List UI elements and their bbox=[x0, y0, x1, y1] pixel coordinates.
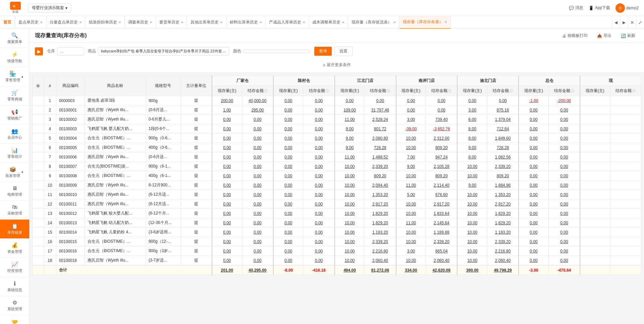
row-na-amt[interactable]: -3,652.76 bbox=[426, 124, 458, 134]
row-hc-qty[interactable]: 0.00 bbox=[273, 237, 303, 246]
row-na-qty[interactable]: 10.00 bbox=[396, 256, 426, 266]
info-icon[interactable]: ⓘ bbox=[632, 89, 636, 93]
sum-fy-qty[interactable]: 201.00 bbox=[212, 265, 242, 275]
row-hc-qty[interactable]: 0.00 bbox=[273, 218, 303, 228]
row-na-qty[interactable]: 9.00 bbox=[396, 162, 426, 171]
row-zc-amt[interactable]: 0.00 bbox=[548, 152, 580, 162]
store-selector[interactable]: 母婴行业演示陈套 ▾ bbox=[28, 3, 71, 12]
row-na-qty[interactable]: 10.00 bbox=[396, 209, 426, 218]
row-hc-amt[interactable]: 0.00 bbox=[303, 237, 335, 246]
close-icon[interactable]: ✕ bbox=[444, 20, 447, 24]
row-hc-amt[interactable]: 0.00 bbox=[303, 218, 335, 228]
print-btn[interactable]: 🖨 按模板打印 bbox=[559, 32, 591, 40]
row-zc-amt[interactable]: 0.00 bbox=[548, 115, 580, 124]
row-hc-amt[interactable]: 0.00 bbox=[303, 162, 335, 171]
sum-zc-qty[interactable]: -3.00 bbox=[519, 265, 548, 275]
info-icon[interactable]: ⓘ bbox=[571, 89, 574, 93]
row-fy-amt[interactable]: 0.00 bbox=[242, 181, 273, 190]
info-icon[interactable]: ⓘ bbox=[509, 89, 513, 93]
sum-na-amt[interactable]: 42,620.08 bbox=[426, 265, 458, 275]
row-yb-qty[interactable]: 9.00 bbox=[457, 181, 487, 190]
row-jb-qty[interactable]: 10.00 bbox=[335, 199, 365, 209]
row-na-amt[interactable]: 2,145.64 bbox=[426, 218, 458, 228]
row-code[interactable]: 00100001 bbox=[56, 105, 85, 115]
row-check[interactable] bbox=[33, 228, 44, 237]
row-code[interactable]: 00100003 bbox=[56, 124, 85, 134]
row-yb-amt[interactable]: 1,082.56 bbox=[487, 152, 519, 162]
row-zc-amt[interactable]: 0.00 bbox=[548, 190, 580, 199]
row-jb-amt[interactable]: 1,183.20 bbox=[365, 228, 396, 237]
row-fy-amt[interactable]: 0.00 bbox=[242, 199, 273, 209]
row-fy-qty[interactable]: 0.00 bbox=[212, 134, 242, 143]
row-na-amt[interactable]: 809.20 bbox=[426, 143, 458, 152]
sidebar-item-purchase[interactable]: 🛍 采购管理 bbox=[0, 201, 29, 220]
row-zc-qty[interactable]: 0.00 bbox=[519, 190, 548, 199]
row-na-qty[interactable]: -39.00 bbox=[396, 124, 426, 134]
tab-order[interactable]: 要货单历史 ✕ bbox=[156, 16, 187, 29]
message-btn[interactable]: 💬 消息 bbox=[569, 5, 583, 11]
row-check[interactable] bbox=[33, 134, 44, 143]
row-jb-amt[interactable]: 728.28 bbox=[365, 143, 396, 152]
refresh-btn[interactable]: 🔄 刷新 bbox=[618, 32, 639, 40]
row-zc-qty[interactable]: 0.00 bbox=[519, 228, 548, 237]
row-jb-qty[interactable]: 9.00 bbox=[335, 134, 365, 143]
tab-produce-in[interactable]: 产成品入库单历史 ✕ bbox=[266, 16, 309, 29]
row-yb-amt[interactable]: 0.00 bbox=[487, 96, 519, 105]
row-yb-qty[interactable]: 0.00 bbox=[457, 96, 487, 105]
row-zc-amt[interactable]: 0.00 bbox=[548, 181, 580, 190]
row-fy-amt[interactable]: 40,000.00 bbox=[242, 96, 273, 105]
row-hc-amt[interactable]: 0.00 bbox=[303, 181, 335, 190]
row-na-qty[interactable]: 10.00 bbox=[396, 237, 426, 246]
row-yb-amt[interactable]: 1,829.20 bbox=[487, 218, 519, 228]
row-jb-amt[interactable]: 2,060.40 bbox=[365, 256, 396, 266]
close-icon[interactable]: ✕ bbox=[150, 20, 152, 24]
row-code[interactable]: 00100015 bbox=[56, 237, 85, 246]
row-hc-amt[interactable]: 0.00 bbox=[303, 256, 335, 266]
row-hc-qty[interactable]: 0.00 bbox=[273, 228, 303, 237]
row-jb-qty[interactable]: 10.00 bbox=[335, 171, 365, 181]
tab-material-out[interactable]: 材料出库单历史 ✕ bbox=[226, 16, 266, 29]
row-jb-amt[interactable]: 2,339.20 bbox=[365, 237, 396, 246]
row-zc-amt[interactable]: 0.00 bbox=[548, 134, 580, 143]
row-code[interactable]: 00100014 bbox=[56, 228, 85, 237]
row-jb-qty[interactable]: 10.00 bbox=[335, 246, 365, 256]
row-code[interactable]: 00100011 bbox=[56, 199, 85, 209]
row-yb-amt[interactable]: 2,060.40 bbox=[487, 256, 519, 266]
row-yb-amt[interactable]: 1,353.20 bbox=[487, 190, 519, 199]
close-icon[interactable]: ✕ bbox=[79, 20, 82, 24]
row-fy-qty[interactable]: 200.00 bbox=[212, 96, 242, 105]
row-code[interactable]: 00100004 bbox=[56, 134, 85, 143]
sum-hc-amt[interactable]: -416.16 bbox=[303, 265, 335, 275]
row-zc-amt[interactable]: 0.00 bbox=[548, 237, 580, 246]
row-jb-qty[interactable]: 0.00 bbox=[335, 96, 365, 105]
info-icon[interactable]: ⓘ bbox=[326, 89, 329, 93]
row-jb-qty[interactable]: 10.00 bbox=[335, 218, 365, 228]
row-na-amt[interactable]: 2,105.28 bbox=[426, 162, 458, 171]
tab-stock-dist[interactable]: 现存量（库存分布表） ✕ bbox=[399, 16, 451, 29]
row-yb-qty[interactable]: 3.00 bbox=[457, 105, 487, 115]
row-fy-qty[interactable]: 0.00 bbox=[212, 246, 242, 256]
close-icon[interactable]: ✕ bbox=[342, 20, 344, 24]
nav-close-all-btn[interactable]: ✕ bbox=[628, 16, 636, 29]
row-jb-qty[interactable]: 10.00 bbox=[335, 181, 365, 190]
row-yb-qty[interactable]: 10.00 bbox=[457, 228, 487, 237]
row-yb-amt[interactable]: 1,829.20 bbox=[487, 209, 519, 218]
row-code[interactable]: 00100002 bbox=[56, 115, 85, 124]
row-code[interactable]: 00100013 bbox=[56, 218, 85, 228]
row-na-amt[interactable]: 2,312.00 bbox=[426, 134, 458, 143]
row-check[interactable] bbox=[33, 124, 44, 134]
row-yb-amt[interactable]: 1,183.20 bbox=[487, 228, 519, 237]
search-btn[interactable]: 查询 bbox=[314, 47, 332, 56]
row-hc-qty[interactable]: 0.00 bbox=[273, 115, 303, 124]
row-hc-qty[interactable]: 0.00 bbox=[273, 256, 303, 266]
row-yb-amt[interactable]: 2,216.80 bbox=[487, 246, 519, 256]
sum-zc-amt[interactable]: -470.64 bbox=[548, 265, 580, 275]
row-hc-amt[interactable]: 0.00 bbox=[303, 199, 335, 209]
row-hc-qty[interactable]: 0.00 bbox=[273, 162, 303, 171]
row-yb-qty[interactable]: 10.00 bbox=[457, 162, 487, 171]
tab-transfer[interactable]: 调拨单历史 ✕ bbox=[125, 16, 156, 29]
sidebar-item-finance[interactable]: 💰 资金管理 bbox=[0, 239, 29, 258]
row-jb-amt[interactable]: 2,216.80 bbox=[365, 246, 396, 256]
row-fy-qty[interactable]: 1.00 bbox=[212, 105, 242, 115]
row-hc-qty[interactable]: 0.00 bbox=[273, 124, 303, 134]
